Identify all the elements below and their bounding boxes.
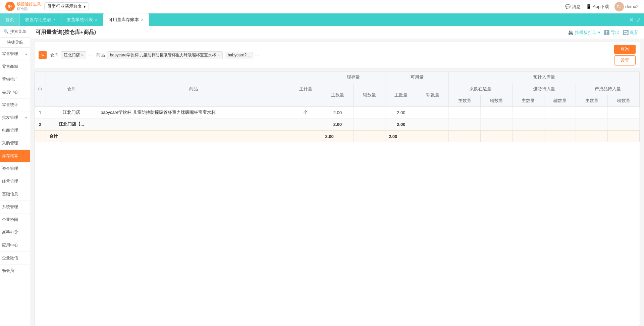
- sidebar-item-enterprise-wechat[interactable]: 企业微信: [0, 252, 30, 265]
- th-settings: ⚙: [35, 72, 46, 107]
- product-dots[interactable]: ···: [255, 52, 259, 58]
- sidebar-item-label: 应用中心: [2, 242, 18, 248]
- td-product-main: [576, 107, 608, 119]
- th-purchase-transit: 采购在途量: [449, 83, 512, 95]
- td-total-stock-aux: [354, 130, 385, 142]
- sidebar-item-label: 基础信息: [2, 191, 18, 197]
- sidebar-search[interactable]: 🔍 搜索菜单: [0, 26, 30, 38]
- close-window-icon[interactable]: ✕: [629, 17, 634, 23]
- message-icon: 💬: [565, 4, 571, 9]
- refresh-btn[interactable]: 🔄 刷新: [623, 30, 639, 36]
- product-remove-icon-1[interactable]: ×: [217, 53, 219, 57]
- sidebar-item-operations[interactable]: 经营管理: [0, 175, 30, 188]
- td-total-arrival-aux: [544, 130, 576, 142]
- sidebar-item-retail-mgmt[interactable]: 零售管理 ▲: [0, 48, 30, 60]
- sidebar-quick-nav[interactable]: 快捷导航: [0, 38, 30, 48]
- page-header: 可用量查询(按仓库+商品) 🖨️ 按模板打印 ▾ ⬆️ 导出 🔄 刷新: [30, 26, 644, 39]
- sidebar-item-retail-stats[interactable]: 零售统计: [0, 99, 30, 111]
- td-subtotal-avail-aux: [417, 119, 449, 131]
- td-total-avail-aux: [417, 130, 449, 142]
- top-bar-left: 好 畅捷通好生意 标准版 母婴行业演示账套 ▾: [5, 2, 89, 11]
- sidebar-item-member[interactable]: 畅会员: [0, 265, 30, 277]
- sidebar: 🔍 搜索菜单 快捷导航 零售管理 ▲ 零售商城 营销推广 会员中心 零售统计 批…: [0, 26, 30, 326]
- warehouse-remove-icon[interactable]: ×: [81, 53, 83, 57]
- tab-receipts[interactable]: 收发存汇总表 ×: [20, 13, 61, 26]
- page-title: 可用量查询(按仓库+商品): [36, 29, 96, 36]
- expand-icon: »: [41, 52, 44, 58]
- td-total-label: 合计: [46, 130, 322, 142]
- sidebar-item-purchase-mgmt[interactable]: 采购管理: [0, 137, 30, 150]
- td-index: 1: [35, 107, 46, 119]
- refresh-icon: 🔄: [623, 30, 629, 35]
- settings-button[interactable]: 设置: [614, 55, 636, 65]
- td-subtotal-purchase-main: [449, 119, 481, 131]
- sidebar-item-basic-info[interactable]: 基础信息: [0, 188, 30, 201]
- product-filter: 商品 babycare学饮杯 儿童防摔防撞吸管杯重力球吸嘴杯宝宝水杯 × bab…: [96, 51, 260, 59]
- td-total-purchase-main: [449, 130, 481, 142]
- sidebar-item-ecommerce[interactable]: 电商管理: [0, 124, 30, 137]
- tab-orders-label: 要货单统计表: [67, 17, 93, 23]
- filter-expand-btn[interactable]: »: [39, 51, 47, 59]
- td-subtotal-arrival-aux: [544, 119, 576, 131]
- td-total-purchase-aux: [481, 130, 513, 142]
- td-subtotal-product: [97, 119, 290, 131]
- tab-available[interactable]: 可用量库存账本 ×: [103, 13, 149, 26]
- sidebar-item-finance[interactable]: 资金管理: [0, 162, 30, 175]
- sidebar-item-app-center[interactable]: 应用中心: [0, 239, 30, 252]
- sidebar-item-inventory[interactable]: 库存核算: [0, 150, 30, 162]
- sidebar-search-label: 搜索菜单: [10, 29, 26, 34]
- sidebar-item-label: 会员中心: [2, 89, 18, 95]
- print-btn[interactable]: 🖨️ 按模板打印 ▾: [568, 30, 600, 36]
- user-menu[interactable]: Ea demo2: [614, 2, 639, 11]
- td-subtotal-index: 2: [35, 119, 46, 131]
- tab-available-close[interactable]: ×: [141, 17, 143, 22]
- page-actions: 🖨️ 按模板打印 ▾ ⬆️ 导出 🔄 刷新: [568, 30, 639, 36]
- td-subtotal-purchase-aux: [481, 119, 513, 131]
- warehouse-tag[interactable]: 江北门店 ×: [61, 51, 86, 59]
- app-download-btn[interactable]: 📱 App下载: [586, 4, 609, 10]
- th-current-stock: 现存量: [322, 72, 385, 83]
- sidebar-item-label: 经营管理: [2, 179, 18, 184]
- tab-receipts-label: 收发存汇总表: [25, 17, 51, 23]
- warehouse-dots[interactable]: ···: [88, 52, 93, 58]
- sidebar-item-marketing[interactable]: 营销推广: [0, 73, 30, 86]
- top-bar: 好 畅捷通好生意 标准版 母婴行业演示账套 ▾ 💬 消息 📱 App下载 Ea …: [0, 0, 644, 13]
- query-button[interactable]: 查询: [614, 45, 636, 54]
- sidebar-item-new-guide[interactable]: 新手引导: [0, 226, 30, 239]
- org-name: 母婴行业演示账套: [47, 3, 82, 9]
- export-icon: ⬆️: [604, 30, 609, 35]
- td-subtotal-warehouse: 江北门店【...: [46, 119, 97, 131]
- tab-orders[interactable]: 要货单统计表 ×: [61, 13, 103, 26]
- settings-gear-icon[interactable]: ⚙: [38, 86, 42, 92]
- sidebar-item-enterprise-coop[interactable]: 企业协同: [0, 214, 30, 226]
- app-icon: 📱: [586, 4, 591, 9]
- td-subtotal-avail-main: 2.00: [385, 119, 417, 131]
- tab-receipts-close[interactable]: ×: [53, 17, 56, 22]
- tab-orders-close[interactable]: ×: [95, 17, 97, 22]
- sidebar-item-label: 企业协同: [2, 217, 18, 223]
- maximize-icon[interactable]: ⤢: [636, 17, 641, 23]
- sidebar-item-wholesale-mgmt[interactable]: 批发管理 ▼: [0, 111, 30, 124]
- sidebar-item-sys-mgmt[interactable]: 系统管理: [0, 201, 30, 214]
- sidebar-item-member-center[interactable]: 会员中心: [0, 86, 30, 99]
- org-selector[interactable]: 母婴行业演示账套 ▾: [44, 2, 89, 10]
- td-avail-main: 2.00: [385, 107, 417, 119]
- main-layout: 🔍 搜索菜单 快捷导航 零售管理 ▲ 零售商城 营销推广 会员中心 零售统计 批…: [0, 26, 644, 326]
- td-stock-aux: [354, 107, 385, 119]
- filter-bar: » 仓库 江北门店 × ··· 商品 babycare学饮杯 儿童防摔防撞吸管杯…: [34, 42, 640, 68]
- td-stock-main: 2.00: [322, 107, 354, 119]
- table-row: 1 江北门店 babycare学饮杯 儿童防摔防撞吸管杯重力球吸嘴杯宝宝水杯 个…: [35, 107, 640, 119]
- tab-home[interactable]: 首页: [0, 13, 20, 26]
- product-tag-1[interactable]: babycare学饮杯 儿童防摔防撞吸管杯重力球吸嘴杯宝宝水杯 ×: [107, 51, 223, 59]
- avatar: Ea: [614, 2, 624, 11]
- chevron-icon: ▼: [24, 116, 28, 120]
- warehouse-label: 仓库: [50, 52, 59, 58]
- chevron-icon: ▲: [24, 52, 28, 56]
- th-product-pending: 产成品待入量: [576, 83, 640, 95]
- export-btn[interactable]: ⬆️ 导出: [604, 30, 620, 36]
- message-btn[interactable]: 💬 消息: [565, 4, 581, 10]
- nav-tabs: 首页 收发存汇总表 × 要货单统计表 × 可用量库存账本 × ✕ ⤢: [0, 13, 644, 26]
- product-tag-2[interactable]: babycare?...: [225, 52, 253, 58]
- table-area: ⚙ 仓库 商品 主计量 现存量 可用量 预计入库量 主数量 辅数量 主数量 辅数…: [34, 71, 640, 326]
- sidebar-item-retail-mall[interactable]: 零售商城: [0, 60, 30, 73]
